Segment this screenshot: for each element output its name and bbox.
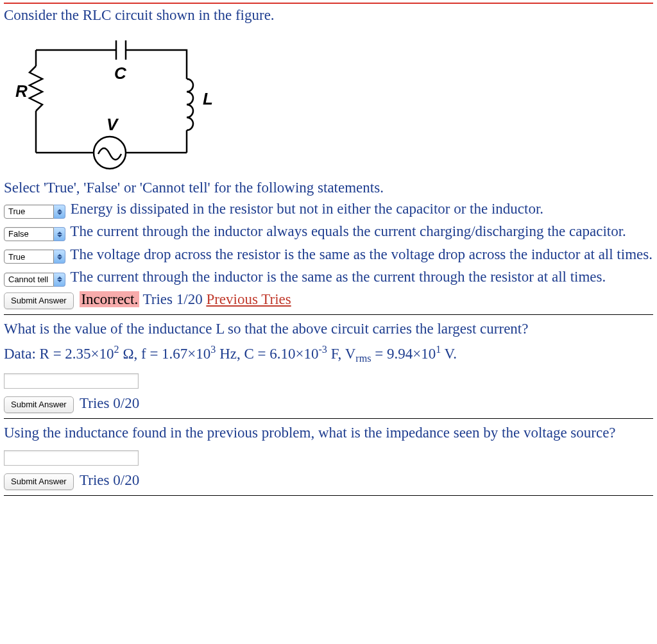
- statement-row: True The voltage drop across the resisto…: [4, 244, 653, 266]
- tries-text-q3: Tries 0/20: [80, 472, 139, 488]
- updown-icon: [54, 273, 65, 287]
- answer-input-q3[interactable]: [4, 450, 139, 466]
- tf-select-3[interactable]: True: [4, 250, 65, 264]
- submit-button-3[interactable]: Submit Answer: [4, 473, 74, 490]
- label-r: R: [15, 81, 28, 101]
- label-v: V: [107, 115, 119, 134]
- statement-text: The voltage drop across the resistor is …: [70, 246, 653, 262]
- q3-prompt: Using the inductance found in the previo…: [4, 423, 653, 443]
- submit-button-1[interactable]: Submit Answer: [4, 292, 74, 309]
- top-red-line: [4, 3, 653, 4]
- answer-input-q2[interactable]: [4, 373, 139, 389]
- select-value: False: [4, 227, 54, 241]
- select-value: Cannot tell: [4, 273, 54, 287]
- instruction-text: Select 'True', 'False' or 'Cannot tell' …: [4, 178, 653, 198]
- q2-data: Data: R = 2.35×102 Ω, f = 1.67×103 Hz, C…: [4, 343, 653, 366]
- updown-icon: [54, 205, 65, 219]
- feedback-status: Incorrect.: [80, 291, 139, 307]
- statement-text: The current through the inductor is the …: [71, 269, 606, 285]
- intro-text: Consider the RLC circuit shown in the fi…: [4, 5, 653, 25]
- previous-tries-link[interactable]: Previous Tries: [206, 291, 291, 307]
- updown-icon: [54, 227, 65, 241]
- label-l: L: [203, 89, 213, 108]
- statement-text: The current through the inductor always …: [70, 223, 626, 239]
- q2-prompt: What is the value of the inductance L so…: [4, 319, 653, 339]
- statement-row: Cannot tell The current through the indu…: [4, 267, 653, 288]
- submit-button-2[interactable]: Submit Answer: [4, 396, 74, 413]
- label-c: C: [114, 64, 127, 83]
- statement-row: True Energy is dissipated in the resisto…: [4, 199, 653, 220]
- tf-select-1[interactable]: True: [4, 205, 65, 219]
- tries-text: Tries 1/20 Previous Tries: [143, 291, 291, 307]
- select-value: True: [4, 205, 54, 219]
- tf-select-2[interactable]: False: [4, 227, 65, 241]
- tries-text-q2: Tries 0/20: [80, 395, 139, 411]
- select-value: True: [4, 250, 54, 264]
- statement-text: Energy is dissipated in the resistor but…: [71, 201, 543, 217]
- statement-row: False The current through the inductor a…: [4, 221, 653, 242]
- separator: [4, 495, 653, 496]
- updown-icon: [54, 250, 65, 264]
- circuit-diagram: R C L V: [10, 28, 216, 175]
- tf-select-4[interactable]: Cannot tell: [4, 273, 65, 287]
- separator: [4, 418, 653, 419]
- separator: [4, 314, 653, 315]
